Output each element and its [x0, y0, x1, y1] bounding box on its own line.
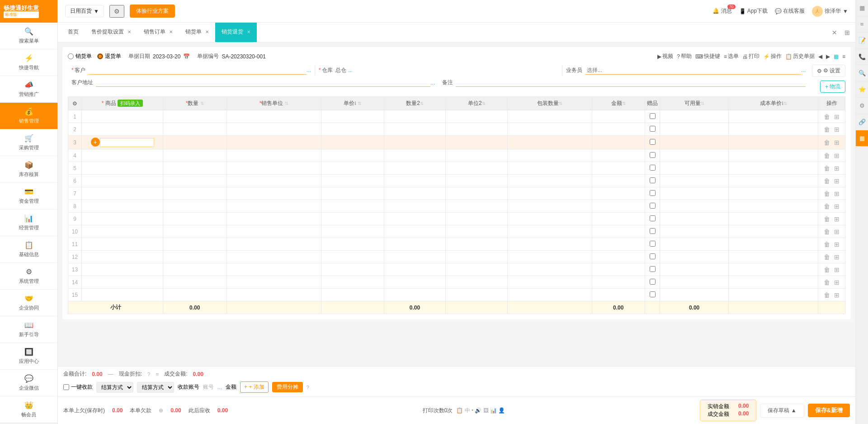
notification-button[interactable]: 🔔 70 消息: [712, 7, 731, 15]
qty2-cell[interactable]: [384, 123, 446, 136]
qty2-cell[interactable]: [384, 162, 446, 175]
gift-cell[interactable]: [645, 213, 660, 225]
sidebar-item-cooperation[interactable]: 🤝 企业协同: [0, 290, 57, 316]
gift-cell[interactable]: [645, 136, 660, 149]
pkg-qty-cell[interactable]: [508, 187, 592, 200]
delete-row-button[interactable]: 🗑: [822, 152, 831, 160]
sale-unit-cell[interactable]: [226, 123, 321, 136]
gift-cell[interactable]: [645, 238, 660, 251]
discount-info-icon[interactable]: ?: [147, 372, 150, 377]
quantity-cell[interactable]: [163, 149, 227, 162]
next-record-icon[interactable]: ▶: [826, 53, 830, 60]
delete-row-button[interactable]: 🗑: [822, 215, 831, 223]
salesperson-dots[interactable]: ...: [801, 67, 806, 73]
gift-cell[interactable]: [645, 187, 660, 200]
close-sale-price-icon[interactable]: ✕: [127, 29, 131, 34]
copy-row-button[interactable]: ⊞: [833, 113, 841, 121]
pkg-qty-cell[interactable]: [508, 110, 592, 123]
quantity-cell[interactable]: [163, 175, 227, 187]
add-row-button[interactable]: +: [91, 138, 100, 147]
gift-cell[interactable]: [645, 162, 660, 175]
experience-button[interactable]: 体验行业方案: [130, 5, 175, 18]
qty2-cell[interactable]: [384, 200, 446, 213]
unit-price-cell[interactable]: [321, 162, 384, 175]
product-cell[interactable]: [82, 289, 163, 301]
product-cell[interactable]: [82, 238, 163, 251]
unit-price-cell[interactable]: [321, 200, 384, 213]
amount-cell[interactable]: [592, 110, 645, 123]
add-payment-button[interactable]: + + 添加: [240, 381, 269, 393]
quantity-cell[interactable]: [163, 276, 227, 289]
gift-checkbox[interactable]: [650, 279, 656, 285]
sidebar-item-basic[interactable]: 📋 基础信息: [0, 236, 57, 263]
pkg-qty-cell[interactable]: [508, 276, 592, 289]
copy-row-button[interactable]: ⊞: [833, 152, 841, 160]
list-view-icon[interactable]: ≡: [842, 53, 845, 60]
unit2-cell[interactable]: [446, 136, 508, 149]
right-tool-search[interactable]: 🔍: [856, 65, 868, 81]
scan-barcode-button[interactable]: 扫码录入: [118, 100, 143, 107]
fee-split-button[interactable]: 费用分摊: [272, 382, 303, 392]
qty2-cell[interactable]: [384, 225, 446, 238]
qty2-cell[interactable]: [384, 238, 446, 251]
fee-info-icon[interactable]: ?: [307, 385, 309, 390]
gift-checkbox[interactable]: [650, 291, 656, 297]
video-button[interactable]: ▶ 视频: [657, 52, 673, 60]
tab-sale-price[interactable]: 售价提取设置 ✕: [85, 23, 137, 42]
customer-dots[interactable]: ...: [307, 67, 311, 73]
amount-cell[interactable]: [592, 187, 645, 200]
one-click-payment-checkbox[interactable]: 一键收款: [63, 383, 93, 391]
gift-checkbox[interactable]: [650, 266, 656, 272]
gift-cell[interactable]: [645, 289, 660, 301]
delete-row-button[interactable]: 🗑: [822, 253, 831, 261]
amount-cell[interactable]: [592, 213, 645, 225]
qty2-cell[interactable]: [384, 149, 446, 162]
sidebar-item-operations[interactable]: 📊 经营管理: [0, 210, 57, 236]
gear-col-header[interactable]: ⚙: [68, 97, 82, 110]
product-cell[interactable]: [82, 251, 163, 263]
gift-checkbox[interactable]: [650, 152, 656, 158]
quantity-cell[interactable]: [163, 263, 227, 276]
pkg-qty-cell[interactable]: [508, 251, 592, 263]
quantity-cell[interactable]: [163, 110, 227, 123]
sale-unit-cell[interactable]: [226, 213, 321, 225]
delete-row-button[interactable]: 🗑: [822, 266, 831, 274]
unit2-cell[interactable]: [446, 200, 508, 213]
unit-price-cell[interactable]: [321, 225, 384, 238]
sale-unit-cell[interactable]: [226, 149, 321, 162]
delete-row-button[interactable]: 🗑: [822, 138, 831, 147]
quantity-cell[interactable]: [163, 162, 227, 175]
customer-input[interactable]: [88, 66, 307, 75]
one-click-checkbox[interactable]: [63, 384, 69, 390]
unit2-cell[interactable]: [446, 175, 508, 187]
settlement-method-select[interactable]: 结算方式: [96, 382, 133, 393]
product-cell[interactable]: [82, 276, 163, 289]
amount-cell[interactable]: [592, 276, 645, 289]
add-logistics-button[interactable]: + 物流: [820, 81, 845, 93]
amount-cell[interactable]: [592, 225, 645, 238]
pkg-qty-cell[interactable]: [508, 289, 592, 301]
tab-home[interactable]: 首页: [61, 23, 85, 42]
unit-price-cell[interactable]: [321, 187, 384, 200]
save-new-button[interactable]: 保存&新增: [808, 404, 850, 417]
sidebar-item-search[interactable]: 🔍 搜索菜单: [0, 23, 57, 49]
gift-cell[interactable]: [645, 276, 660, 289]
sale-unit-cell[interactable]: [226, 289, 321, 301]
pkg-qty-cell[interactable]: [508, 238, 592, 251]
unit-price-cell[interactable]: [321, 289, 384, 301]
copy-row-button[interactable]: ⊞: [833, 278, 841, 286]
qty2-cell[interactable]: [384, 213, 446, 225]
product-input[interactable]: [100, 138, 154, 147]
sale-unit-cell[interactable]: [226, 136, 321, 149]
shortcut-button[interactable]: ⌨ 快捷键: [695, 52, 720, 60]
quantity-cell[interactable]: [163, 213, 227, 225]
gift-checkbox[interactable]: [650, 177, 656, 183]
pkg-qty-cell[interactable]: [508, 136, 592, 149]
gift-checkbox[interactable]: [650, 253, 656, 259]
unit2-cell[interactable]: [446, 162, 508, 175]
right-tool-star[interactable]: ⭐: [856, 81, 868, 98]
operate-button[interactable]: ⚡ 操作: [763, 52, 782, 60]
delete-row-button[interactable]: 🗑: [822, 240, 831, 248]
pkg-qty-cell[interactable]: [508, 263, 592, 276]
save-draft-button[interactable]: 保存草稿 ▲: [760, 404, 804, 418]
